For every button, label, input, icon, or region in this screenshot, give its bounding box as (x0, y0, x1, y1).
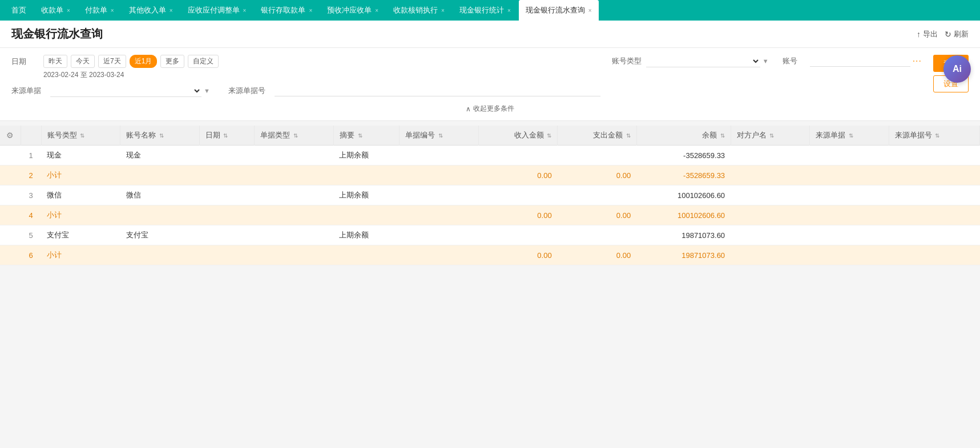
export-button[interactable]: ↑ 导出 (917, 29, 938, 39)
nav-tab-label-1: 付款单 (85, 5, 107, 15)
nav-tab-5[interactable]: 预收冲应收单 × (320, 0, 385, 21)
nav-tab-close-8[interactable]: × (588, 7, 592, 14)
account-type-chevron-icon: ▼ (763, 58, 769, 64)
row-doc-type-cell (255, 205, 334, 225)
filter-row-source: 来源单据 ▼ 来源单据号 (11, 84, 600, 97)
nav-tab-6[interactable]: 收款核销执行 × (386, 0, 451, 21)
refresh-icon: ↻ (945, 30, 951, 39)
row-doc-no-cell (400, 205, 479, 225)
sort-account-type-icon: ⇅ (80, 132, 84, 139)
row-source-doc-no-cell (889, 225, 979, 245)
col-income[interactable]: 收入金额 ⇅ (478, 126, 558, 146)
row-no-cell: 1 (21, 146, 41, 166)
page-title: 现金银行流水查询 (11, 26, 103, 42)
row-income-cell (478, 185, 558, 205)
account-type-select[interactable] (646, 55, 760, 67)
row-no-cell: 3 (21, 185, 41, 205)
date-btn-7days[interactable]: 近7天 (98, 55, 126, 68)
row-settings-cell (0, 245, 21, 265)
nav-tab-close-4[interactable]: × (309, 7, 312, 14)
row-account-name-cell: 现金 (120, 146, 200, 166)
nav-tab-close-1[interactable]: × (111, 7, 114, 14)
date-btn-today[interactable]: 今天 (71, 55, 95, 68)
col-expense[interactable]: 支出金额 ⇅ (558, 126, 637, 146)
col-summary-label: 摘要 (340, 131, 354, 139)
account-no-input[interactable] (810, 55, 910, 67)
row-no-cell: 6 (21, 245, 41, 265)
source-doc-select-wrap: ▼ (50, 84, 210, 97)
date-buttons: 昨天 今天 近7天 近1月 更多 自定义 (43, 55, 219, 68)
refresh-button[interactable]: ↻ 刷新 (945, 29, 969, 39)
date-btn-1month[interactable]: 近1月 (130, 55, 158, 68)
nav-tab-close-5[interactable]: × (375, 7, 378, 14)
nav-tab-3[interactable]: 应收应付调整单 × (181, 0, 253, 21)
col-doc-type[interactable]: 单据类型 ⇅ (255, 126, 334, 146)
row-date-cell (199, 205, 255, 225)
account-no-label: 账号 (783, 56, 805, 66)
sort-doc-type-icon: ⇅ (293, 132, 298, 139)
row-expense-cell: 0.00 (558, 245, 637, 265)
nav-tab-label-3: 应收应付调整单 (188, 5, 240, 15)
row-doc-type-cell (255, 225, 334, 245)
table-row: 2 小计 0.00 0.00 -3528659.33 (0, 166, 980, 185)
nav-home[interactable]: 首页 (5, 5, 33, 15)
row-expense-cell: 0.00 (558, 205, 637, 225)
sort-doc-no-icon: ⇅ (438, 132, 443, 139)
col-source-doc[interactable]: 来源单据 ⇅ (810, 126, 889, 146)
sort-source-doc-no-icon: ⇅ (935, 132, 939, 139)
col-account-name[interactable]: 账号名称 ⇅ (120, 126, 200, 146)
sort-source-doc-icon: ⇅ (849, 132, 853, 139)
table-settings-icon[interactable]: ⚙ (6, 131, 14, 140)
nav-tab-close-3[interactable]: × (243, 7, 247, 14)
nav-tab-close-6[interactable]: × (441, 7, 445, 14)
row-expense-cell (558, 185, 637, 205)
nav-tab-4[interactable]: 银行存取款单 × (254, 0, 319, 21)
row-income-cell (478, 225, 558, 245)
date-btn-more[interactable]: 更多 (160, 55, 184, 68)
row-date-cell (199, 185, 255, 205)
nav-tab-close-7[interactable]: × (507, 7, 511, 14)
row-summary-cell: 上期余额 (333, 185, 399, 205)
col-account-type-label: 账号类型 (47, 131, 77, 139)
row-source-doc-cell (810, 205, 889, 225)
nav-tab-0[interactable]: 收款单 × (34, 0, 77, 21)
col-balance[interactable]: 余额 ⇅ (636, 126, 731, 146)
row-balance-cell: 19871073.60 (636, 245, 731, 265)
nav-tab-label-5: 预收冲应收单 (327, 5, 372, 15)
nav-tab-7[interactable]: 现金银行统计 × (453, 0, 518, 21)
col-account-type[interactable]: 账号类型 ⇅ (41, 126, 120, 146)
source-doc-select[interactable] (50, 84, 201, 97)
col-date[interactable]: 日期 ⇅ (199, 126, 255, 146)
row-source-doc-cell (810, 146, 889, 166)
col-balance-label: 余额 (702, 131, 717, 139)
row-doc-no-cell (400, 146, 479, 166)
nav-tab-1[interactable]: 付款单 × (78, 0, 121, 21)
row-settings-cell (0, 205, 21, 225)
col-source-doc-no[interactable]: 来源单据号 ⇅ (889, 126, 979, 146)
top-nav: 首页 收款单 × 付款单 × 其他收入单 × 应收应付调整单 × 银行存取款单 … (0, 0, 980, 21)
col-doc-no[interactable]: 单据编号 ⇅ (400, 126, 479, 146)
col-counterparty[interactable]: 对方户名 ⇅ (731, 126, 810, 146)
nav-tab-close-2[interactable]: × (170, 7, 173, 14)
row-source-doc-cell (810, 185, 889, 205)
col-source-doc-label: 来源单据 (816, 131, 845, 139)
row-date-cell (199, 146, 255, 166)
row-no-cell: 5 (21, 225, 41, 245)
date-btn-custom[interactable]: 自定义 (188, 55, 219, 68)
ai-badge[interactable]: Ai (943, 55, 971, 83)
sort-summary-icon: ⇅ (358, 132, 362, 139)
nav-tab-close-0[interactable]: × (67, 7, 70, 14)
collapse-filter-btn[interactable]: ∧ 收起更多条件 (11, 104, 969, 114)
table-row: 4 小计 0.00 0.00 100102606.60 (0, 205, 980, 225)
date-btn-yesterday[interactable]: 昨天 (43, 55, 67, 68)
nav-tab-8[interactable]: 现金银行流水查询 × (519, 0, 599, 21)
table-row: 3 微信 微信 上期余额 100102606.60 (0, 185, 980, 205)
header-bar: 现金银行流水查询 ↑ 导出 ↻ 刷新 (0, 21, 980, 48)
header-actions: ↑ 导出 ↻ 刷新 (917, 29, 969, 39)
col-summary[interactable]: 摘要 ⇅ (333, 126, 399, 146)
nav-tab-2[interactable]: 其他收入单 × (122, 0, 180, 21)
account-no-browse-btn[interactable]: ··· (913, 56, 922, 66)
row-doc-no-cell (400, 225, 479, 245)
source-doc-no-input[interactable] (275, 85, 600, 96)
row-account-type-cell: 现金 (41, 146, 120, 166)
